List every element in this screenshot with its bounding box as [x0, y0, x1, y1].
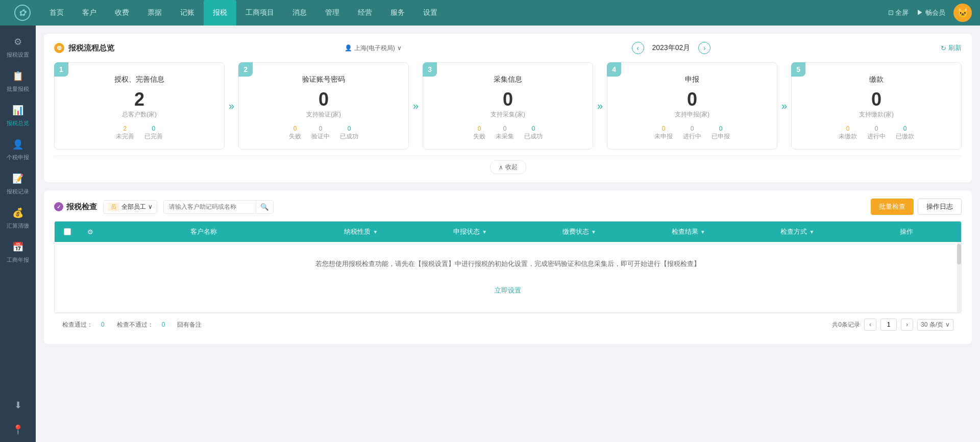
- operation-log-btn[interactable]: 操作日志: [918, 199, 962, 215]
- location-icon: 📍: [11, 423, 25, 437]
- chevron-down-icon: ∨: [397, 44, 402, 52]
- sidebar-item-tax-overview[interactable]: 📊 报税总览: [0, 98, 36, 132]
- th-check-result[interactable]: 检查结果 ▼: [634, 227, 743, 236]
- sidebar-item-location[interactable]: 📍: [0, 418, 36, 442]
- tax-check-title: 报税检查: [66, 202, 97, 212]
- logo-icon: ✿: [14, 5, 31, 21]
- sidebar-item-annual-settlement[interactable]: 💰 汇算清缴: [0, 201, 36, 235]
- step-3-mid[interactable]: 0未采集: [496, 125, 514, 141]
- filter-result-icon: ▼: [700, 229, 705, 235]
- fail-count[interactable]: 0: [162, 321, 165, 328]
- total-records: 共0条记录: [832, 321, 860, 329]
- step-4-fail[interactable]: 0未申报: [654, 125, 673, 141]
- refresh-btn[interactable]: ↻ 刷新: [941, 43, 962, 53]
- sidebar-item-individual-tax[interactable]: 👤 个税申报: [0, 132, 36, 166]
- step-2-fail[interactable]: 0失败: [289, 125, 301, 141]
- staff-tag: 员: [108, 203, 119, 211]
- collapse-bar: ∧ 收起: [54, 156, 962, 174]
- per-page-selector[interactable]: 30 条/页 ∨: [917, 319, 953, 331]
- nav-settings[interactable]: 设置: [414, 0, 447, 26]
- pass-count[interactable]: 0: [101, 321, 105, 328]
- th-gear[interactable]: ⚙: [80, 228, 101, 236]
- page-input[interactable]: [880, 318, 897, 331]
- table-footer: 检查通过： 0 检查不通过： 0 囧有备注 共0条记录 ‹ › 30 条/页 ∨: [54, 313, 962, 336]
- app-logo[interactable]: ✿: [8, 0, 36, 26]
- nav-fee[interactable]: 收费: [106, 0, 138, 26]
- sidebar-item-download[interactable]: ⬇: [0, 393, 36, 418]
- overview-header: ⊕ 报税流程总览 👤 上海(电子税局) ∨ ‹ 2023年02月 › ↻ 刷新: [54, 42, 962, 54]
- filter-tax-nature-icon: ▼: [373, 229, 378, 235]
- step-3-stats: 0失败 0未采集 0已成功: [431, 125, 584, 141]
- header-checkbox[interactable]: [64, 228, 71, 235]
- sidebar: ⚙ 报税设置 📋 批量报税 📊 报税总览 👤 个税申报 📝 报税记录 💰 汇算清…: [0, 26, 36, 442]
- location-text: 上海(电子税局): [354, 44, 395, 53]
- search-button[interactable]: 🔍: [256, 201, 273, 213]
- th-checkbox[interactable]: [55, 228, 80, 235]
- th-declare-status[interactable]: 申报状态 ▼: [415, 227, 525, 236]
- pass-label: 检查通过：: [62, 321, 93, 329]
- nav-message[interactable]: 消息: [283, 0, 316, 26]
- step-4-mid[interactable]: 0进行中: [683, 125, 701, 141]
- next-month-btn[interactable]: ›: [698, 42, 710, 54]
- nav-client[interactable]: 客户: [73, 0, 106, 26]
- step-3-success[interactable]: 0已成功: [524, 125, 543, 141]
- right-buttons: 批量检查 操作日志: [871, 199, 962, 215]
- step-5-fail[interactable]: 0未缴款: [839, 125, 857, 141]
- member-btn[interactable]: ▶ 畅会员: [917, 8, 945, 17]
- refresh-icon: ↻: [941, 44, 946, 52]
- check-icon: ✓: [54, 202, 63, 211]
- location-tag[interactable]: 👤 上海(电子税局) ∨: [345, 44, 402, 53]
- overview-card: ⊕ 报税流程总览 👤 上海(电子税局) ∨ ‹ 2023年02月 › ↻ 刷新: [44, 34, 972, 182]
- next-page-btn[interactable]: ›: [901, 318, 913, 331]
- nav-menu: 首页 客户 收费 票据 记账 报税 工商项目 消息 管理 经营 服务 设置: [40, 0, 888, 26]
- th-check-method[interactable]: 检查方式 ▼: [743, 227, 852, 236]
- step-5-mid[interactable]: 0进行中: [867, 125, 886, 141]
- nav-operation[interactable]: 经营: [349, 0, 381, 26]
- staff-label: 全部员工: [121, 203, 146, 211]
- step-3-fail[interactable]: 0失败: [473, 125, 485, 141]
- step-5-stats: 0未缴款 0进行中 0已缴款: [800, 125, 953, 141]
- sidebar-item-tax-settings[interactable]: ⚙ 报税设置: [0, 30, 36, 64]
- step-1-success[interactable]: 0已完善: [144, 125, 163, 141]
- step-1-subtitle: 总客户数(家): [63, 110, 216, 119]
- prev-month-btn[interactable]: ‹: [632, 42, 644, 54]
- step-1-fail[interactable]: 2未完善: [116, 125, 134, 141]
- nav-home[interactable]: 首页: [40, 0, 73, 26]
- setup-link[interactable]: 立即设置: [495, 286, 521, 294]
- search-input[interactable]: [164, 201, 256, 213]
- step-2-stats: 0失败 0验证中 0已成功: [247, 125, 400, 141]
- tax-overview-icon: 📊: [11, 103, 25, 117]
- fullscreen-btn[interactable]: ⊡ 全屏: [888, 8, 909, 17]
- annual-settlement-icon: 💰: [11, 206, 25, 220]
- sidebar-item-tax-records[interactable]: 📝 报税记录: [0, 166, 36, 201]
- nav-accounting[interactable]: 记账: [171, 0, 204, 26]
- sidebar-item-annual-report[interactable]: 📅 工商年报: [0, 235, 36, 269]
- step-4-success[interactable]: 0已申报: [712, 125, 730, 141]
- nav-invoice[interactable]: 票据: [138, 0, 171, 26]
- nav-tax[interactable]: 报税: [204, 0, 236, 26]
- empty-message-text: 若您想使用报税检查功能，请先在【报税设置】中进行报税的初始化设置，完成密码验证和…: [315, 257, 700, 271]
- batch-check-btn[interactable]: 批量检查: [871, 199, 914, 215]
- collapse-btn[interactable]: ∧ 收起: [490, 160, 526, 174]
- step-2-success[interactable]: 0已成功: [340, 125, 358, 141]
- table-scroll-area: 若您想使用报税检查功能，请先在【报税设置】中进行报税的初始化设置，完成密码验证和…: [55, 242, 961, 312]
- sidebar-label-annual-settlement: 汇算清缴: [7, 222, 29, 230]
- prev-page-btn[interactable]: ‹: [864, 318, 876, 331]
- step-2-mid[interactable]: 0验证中: [311, 125, 330, 141]
- th-pay-status[interactable]: 缴费状态 ▼: [525, 227, 634, 236]
- step-2-number: 2: [238, 62, 253, 77]
- footer-pagination: 共0条记录 ‹ › 30 条/页 ∨: [832, 318, 953, 331]
- nav-management[interactable]: 管理: [316, 0, 349, 26]
- nav-service[interactable]: 服务: [381, 0, 414, 26]
- scroll-thumb[interactable]: [957, 244, 961, 264]
- empty-message: 若您想使用报税检查功能，请先在【报税设置】中进行报税的初始化设置，完成密码验证和…: [305, 242, 710, 312]
- tax-settings-icon: ⚙: [11, 35, 25, 49]
- th-tax-nature[interactable]: 纳税性质 ▼: [307, 227, 416, 236]
- nav-business[interactable]: 工商项目: [236, 0, 283, 26]
- staff-selector[interactable]: 员 全部员工 ∨: [103, 200, 157, 214]
- collapse-label: 收起: [505, 163, 518, 171]
- sidebar-label-annual-report: 工商年报: [7, 256, 29, 264]
- scrollbar[interactable]: [957, 242, 961, 312]
- step-5-success[interactable]: 0已缴款: [896, 125, 914, 141]
- sidebar-item-batch-tax[interactable]: 📋 批量报税: [0, 64, 36, 98]
